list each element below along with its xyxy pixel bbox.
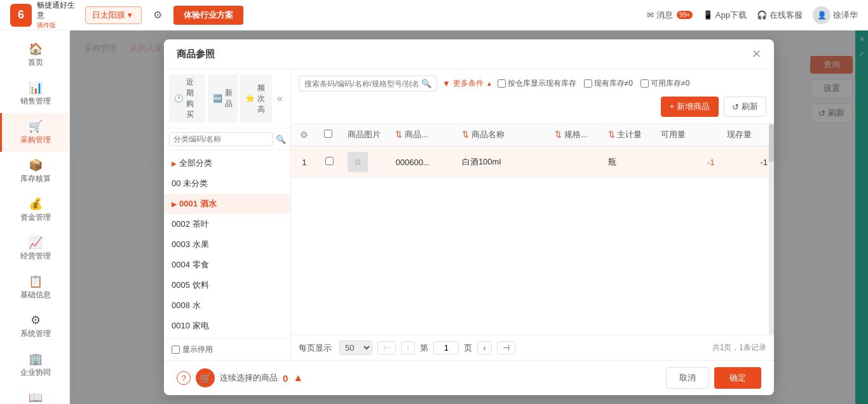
tab-recent-purchase[interactable]: 🕐 近期购买 <box>169 74 205 123</box>
app-label: App下载 <box>715 10 747 21</box>
tab-frequent[interactable]: ⭐ 频次高 <box>240 74 272 123</box>
sidebar-item-inventory[interactable]: 📦 库存核算 <box>0 152 69 191</box>
cat-item-0004[interactable]: 0004 零食 <box>164 255 290 275</box>
nonzero-filter-label[interactable]: 现有库存≠0 <box>584 78 633 89</box>
ops-icon: 📈 <box>29 236 43 250</box>
row-checkbox[interactable] <box>325 157 334 165</box>
sidebar-label-purchase: 采购管理 <box>20 135 51 145</box>
sidebar-item-finance[interactable]: 💰 资金管理 <box>0 191 69 229</box>
confirm-button[interactable]: 确定 <box>714 367 761 389</box>
filter-button[interactable]: ▼ 更多条件 ▲ <box>442 78 492 89</box>
show-disabled-label[interactable]: 显示停用 <box>182 344 213 355</box>
sort-icon-code[interactable]: ⇅ <box>395 130 402 139</box>
sidebar-label-system: 系统管理 <box>20 328 51 339</box>
show-disabled-checkbox[interactable] <box>172 346 180 354</box>
modal-overlay: 商品参照 ✕ 🕐 近期购买 🆕 <box>70 30 868 404</box>
settings-nav-button[interactable]: ⚙ <box>147 5 168 25</box>
message-icon: ✉ <box>647 10 654 20</box>
cart-count: 0 <box>283 373 288 384</box>
sidebar: 🏠 首页 📊 销售管理 🛒 采购管理 📦 库存核算 💰 资金管理 📈 经营管理 … <box>0 30 70 404</box>
cat-item-0001[interactable]: ▶ 0001 酒水 <box>164 194 290 214</box>
collapse-cart-button[interactable]: ▲ <box>293 372 303 384</box>
headset-icon: 🎧 <box>757 10 767 20</box>
warehouse-filter-label[interactable]: 按仓库显示现有库存 <box>498 78 576 89</box>
prev-page-button[interactable]: ‹ <box>401 341 415 354</box>
table-scrollbar[interactable] <box>769 124 774 335</box>
trial-button[interactable]: 体验行业方案 <box>173 6 243 25</box>
product-reference-modal: 商品参照 ✕ 🕐 近期购买 🆕 <box>164 39 774 395</box>
category-tabs: 🕐 近期购买 🆕 新品 ⭐ 频次高 « <box>164 69 290 128</box>
sort-icon-unit[interactable]: ⇅ <box>608 130 615 139</box>
sidebar-label-ops: 经营管理 <box>20 251 51 262</box>
cat-item-00[interactable]: 00 未分类 <box>164 173 290 194</box>
messages-label: 消息 <box>656 10 673 21</box>
home-icon: 🏠 <box>29 42 43 56</box>
cat-item-0008[interactable]: 0008 水 <box>164 295 290 316</box>
nav-right-area: ✉ 消息 99+ 📱 App下载 🎧 在线客服 👤 徐泽华 <box>647 6 858 24</box>
toolbar-actions: + 新增商品 ↺ 刷新 <box>661 97 766 117</box>
cancel-button[interactable]: 取消 <box>666 367 709 389</box>
scrollbar-thumb <box>769 124 774 162</box>
cart-icon[interactable]: 🛒 <box>196 368 215 387</box>
available-filter-checkbox[interactable] <box>641 79 649 88</box>
table-header: ⚙ 商品图片 <box>291 124 774 146</box>
sort-icon-spec[interactable]: ⇅ <box>555 130 562 139</box>
cat-item-0002[interactable]: 0002 茶叶 <box>164 214 290 234</box>
sidebar-item-purchase[interactable]: 🛒 采购管理 <box>0 113 69 152</box>
logo-area: 6 畅捷通好生意 插件版 <box>10 1 80 29</box>
help-button[interactable]: ? <box>177 371 191 385</box>
cat-item-all[interactable]: ▶ 全部分类 <box>164 153 290 173</box>
store-selector[interactable]: 日太阳膜 ▾ <box>85 6 142 24</box>
sales-icon: 📊 <box>29 81 43 95</box>
column-settings-button[interactable]: ⚙ <box>300 130 308 140</box>
product-search-box: 🔍 <box>299 76 437 91</box>
star-icon: ⭐ <box>245 94 255 103</box>
category-search-input[interactable] <box>169 132 273 146</box>
sidebar-item-guide[interactable]: 📖 新手引导 <box>0 384 69 404</box>
sidebar-label-finance: 资金管理 <box>20 212 51 223</box>
sidebar-item-sales[interactable]: 📊 销售管理 <box>0 74 69 113</box>
collapse-panel-button[interactable]: « <box>275 74 285 123</box>
cat-item-0010[interactable]: 0010 家电 <box>164 316 290 336</box>
cat-item-0003[interactable]: 0003 水果 <box>164 234 290 255</box>
current-page-input[interactable] <box>433 341 459 354</box>
sidebar-item-system[interactable]: ⚙ 系统管理 <box>0 307 69 346</box>
sidebar-item-enterprise[interactable]: 🏢 企业协同 <box>0 346 69 384</box>
product-table-wrap: ⚙ 商品图片 <box>291 124 774 335</box>
inventory-icon: 📦 <box>29 158 43 172</box>
user-profile[interactable]: 👤 徐泽华 <box>813 6 858 24</box>
th-name: ⇅ 商品名称 <box>456 124 548 146</box>
system-icon: ⚙ <box>31 313 41 327</box>
cat-search-icon[interactable]: 🔍 <box>276 135 286 144</box>
next-page-button[interactable]: › <box>477 341 491 354</box>
app-download-link[interactable]: 📱 App下载 <box>703 10 747 21</box>
messages-link[interactable]: ✉ 消息 99+ <box>647 10 693 21</box>
recent-icon: 🕐 <box>174 94 184 103</box>
warehouse-filter-checkbox[interactable] <box>498 79 506 88</box>
sidebar-item-ops[interactable]: 📈 经营管理 <box>0 229 69 268</box>
product-search-icon[interactable]: 🔍 <box>421 79 431 88</box>
nonzero-filter-checkbox[interactable] <box>584 79 592 88</box>
sidebar-item-home[interactable]: 🏠 首页 <box>0 36 69 74</box>
phone-icon: 📱 <box>703 10 713 20</box>
select-all-checkbox[interactable] <box>324 130 332 138</box>
add-product-button[interactable]: + 新增商品 <box>661 97 719 117</box>
tab-new-product[interactable]: 🆕 新品 <box>208 74 238 123</box>
category-search-area: 🔍 <box>164 128 290 151</box>
basic-icon: 📋 <box>29 274 43 288</box>
first-page-button[interactable]: ⊢ <box>377 341 396 354</box>
table-row[interactable]: 1 🖼 000600... 白酒100ml <box>291 146 774 178</box>
product-search-input[interactable] <box>304 79 419 88</box>
filter-up-icon: ▲ <box>486 80 492 87</box>
avatar: 👤 <box>813 6 831 24</box>
modal-close-button[interactable]: ✕ <box>752 47 761 61</box>
product-image: 🖼 <box>348 152 368 172</box>
available-filter-label[interactable]: 可用库存≠0 <box>641 78 689 89</box>
page-size-select[interactable]: 50 10 20 100 <box>339 340 372 355</box>
cat-item-0005[interactable]: 0005 饮料 <box>164 275 290 295</box>
service-link[interactable]: 🎧 在线客服 <box>757 10 803 21</box>
last-page-button[interactable]: ⊣ <box>497 341 515 354</box>
refresh-button[interactable]: ↺ 刷新 <box>724 97 766 117</box>
sort-icon-name[interactable]: ⇅ <box>462 130 469 139</box>
sidebar-item-basic[interactable]: 📋 基础信息 <box>0 268 69 307</box>
